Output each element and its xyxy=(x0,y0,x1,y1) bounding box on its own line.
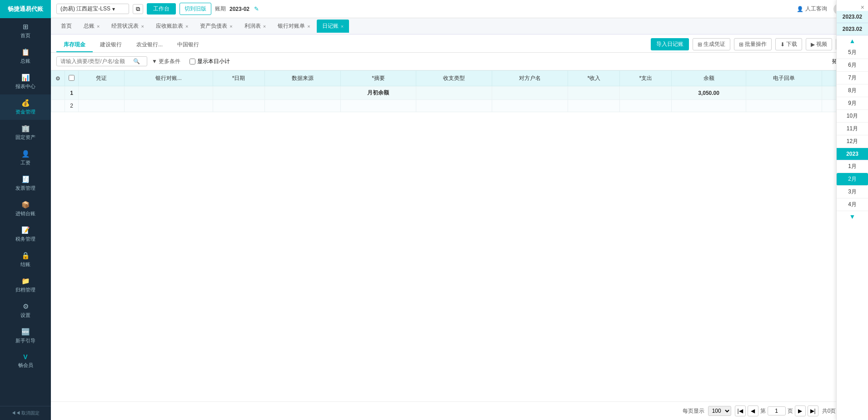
sidebar-item-salary[interactable]: 👤 工资 xyxy=(0,145,51,171)
display-daily-checkbox[interactable] xyxy=(190,59,195,64)
col-checkbox[interactable] xyxy=(65,71,79,86)
row-counterpart-cell xyxy=(492,86,568,100)
sidebar-item-settings[interactable]: ⚙ 设置 xyxy=(0,298,51,323)
tab-business-status[interactable]: 经营状况表 × xyxy=(106,20,149,33)
sidebar-item-home[interactable]: ⊞ 首页 xyxy=(0,18,51,44)
row-num-cell: 2 xyxy=(65,100,79,112)
batch-op-button[interactable]: ⊞ 批量操作 xyxy=(734,38,772,50)
row-income-cell xyxy=(568,86,620,100)
date-month-7[interactable]: 7月 xyxy=(837,72,868,84)
import-journal-button[interactable]: 导入日记账 xyxy=(651,38,689,50)
date-scroll-down[interactable]: ▼ xyxy=(837,211,868,222)
date-month-10[interactable]: 10月 xyxy=(837,110,868,123)
col-summary: *摘要 xyxy=(340,71,416,86)
more-conditions-button[interactable]: ▼ 更多条件 xyxy=(152,58,180,65)
col-counterpart: 对方户名 xyxy=(492,71,568,86)
date-year-2023[interactable]: 2023 xyxy=(837,148,868,160)
tab-ledger[interactable]: 总账 × xyxy=(78,20,105,33)
date-month-4[interactable]: 4月 xyxy=(837,198,868,211)
tab-bank-statement[interactable]: 银行对账单 × xyxy=(272,20,315,33)
col-voucher: 凭证 xyxy=(79,71,125,86)
sidebar-item-assets[interactable]: 🏢 固定资产 xyxy=(0,120,51,145)
sidebar-item-tax[interactable]: 📝 税务管理 xyxy=(0,222,51,247)
sidebar-item-label: 总账 xyxy=(20,58,30,64)
download-button[interactable]: ⬇ 下载 xyxy=(775,38,802,50)
sub-tab-ccb[interactable]: 建设银行 xyxy=(93,38,129,52)
tab-close-journal[interactable]: × xyxy=(341,24,344,29)
sidebar-item-guide[interactable]: 🆕 新手引导 xyxy=(0,323,51,349)
date-panel-close-button[interactable]: × xyxy=(861,4,864,11)
tab-profit[interactable]: 利润表 × xyxy=(239,20,271,33)
sidebar-item-invoice[interactable]: 🧾 发票管理 xyxy=(0,171,51,196)
select-all-checkbox[interactable] xyxy=(69,75,75,81)
goto-old-button[interactable]: 切到旧版 xyxy=(180,3,211,15)
sidebar-item-funds[interactable]: 💰 资金管理 xyxy=(0,94,51,120)
tab-receivables[interactable]: 应收账款表 × xyxy=(150,20,194,33)
sidebar-item-closing[interactable]: 🔒 结账 xyxy=(0,247,51,272)
company-selector[interactable]: (勿易) 江西超宝-LSS ▾ xyxy=(56,4,129,14)
tabs-bar: 首页 总账 × 经营状况表 × 应收账款表 × 资产负债表 × 利润表 × 银行… xyxy=(51,18,868,35)
date-scroll-up[interactable]: ▲ xyxy=(837,35,868,46)
date-month-1[interactable]: 1月 xyxy=(837,160,868,173)
date-month-11[interactable]: 11月 xyxy=(837,123,868,135)
sub-tab-cash[interactable]: 库存现金 xyxy=(56,38,93,52)
tab-journal[interactable]: 日记账 × xyxy=(317,20,349,33)
tab-close-bank[interactable]: × xyxy=(307,24,310,29)
row-settings-cell xyxy=(51,100,65,112)
date-month-8[interactable]: 8月 xyxy=(837,84,868,97)
next-page-button[interactable]: ▶ xyxy=(795,405,806,416)
sidebar-item-label: 归档管理 xyxy=(15,287,35,293)
gen-voucher-button[interactable]: ⊞ 生成凭证 xyxy=(693,38,730,50)
sidebar-item-purchase-sales[interactable]: 📦 进销台账 xyxy=(0,196,51,222)
period-edit-icon[interactable]: ✎ xyxy=(254,5,259,12)
tab-close-balance[interactable]: × xyxy=(229,24,232,29)
topbar: (勿易) 江西超宝-LSS ▾ ⧉ 工作台 切到旧版 账期 2023-02 ✎ … xyxy=(51,0,868,18)
search-icon[interactable]: 🔍 xyxy=(133,58,140,64)
page-label-post: 页 xyxy=(788,407,793,415)
col-balance: 余额 xyxy=(672,71,746,86)
first-page-button[interactable]: |◀ xyxy=(735,405,746,416)
tab-close-profit[interactable]: × xyxy=(263,24,266,29)
unfix-button[interactable]: ◀◀ 取消固定 xyxy=(0,406,51,420)
prev-page-button[interactable]: ◀ xyxy=(748,405,758,416)
tab-close-business[interactable]: × xyxy=(141,24,144,29)
tab-balance-sheet[interactable]: 资产负债表 × xyxy=(195,20,238,33)
sidebar-item-vip[interactable]: V 畅会员 xyxy=(0,349,51,373)
vip-icon: V xyxy=(23,353,27,361)
tab-home[interactable]: 首页 xyxy=(55,20,77,33)
search-input[interactable] xyxy=(60,58,133,64)
date-year-header-1[interactable]: 2023.02 xyxy=(837,11,868,23)
date-month-3[interactable]: 3月 xyxy=(837,186,868,198)
col-settings[interactable]: ⚙ xyxy=(51,71,65,86)
video-button[interactable]: ▶ 视频 xyxy=(806,38,832,50)
sidebar-item-ledger[interactable]: 📋 总账 xyxy=(0,44,51,69)
tab-close-ledger[interactable]: × xyxy=(97,24,100,29)
ledger-icon: 📋 xyxy=(21,48,30,56)
date-year-header-2[interactable]: 2023.02 xyxy=(837,23,868,35)
per-page-select[interactable]: 100 50 200 xyxy=(708,406,731,416)
display-daily-wrap[interactable]: 显示本日小计 xyxy=(190,58,230,65)
sub-tab-boc[interactable]: 中国银行 xyxy=(170,38,206,52)
date-month-12[interactable]: 12月 xyxy=(837,135,868,148)
last-page-button[interactable]: ▶| xyxy=(808,405,818,416)
sidebar-item-archive[interactable]: 📁 归档管理 xyxy=(0,272,51,298)
sidebar-item-label: 进销台账 xyxy=(15,210,35,217)
support-item[interactable]: 👤 人工客询 xyxy=(797,5,827,13)
row-date-cell xyxy=(213,100,264,112)
date-month-9[interactable]: 9月 xyxy=(837,97,868,110)
tab-close-receivables[interactable]: × xyxy=(185,24,188,29)
period-value: 2023-02 xyxy=(229,6,249,12)
date-month-2-active[interactable]: 2月 xyxy=(837,173,868,186)
table-row: 2 xyxy=(51,100,868,112)
date-month-5[interactable]: 5月 xyxy=(837,46,868,59)
purchase-sales-icon: 📦 xyxy=(21,201,30,209)
row-summary-cell: 月初余额 xyxy=(340,86,416,100)
sidebar-item-reports[interactable]: 📊 报表中心 xyxy=(0,69,51,94)
page-input[interactable] xyxy=(768,406,786,415)
date-panel-content: 2023.02 2023.02 ▲ 5月 6月 7月 8月 9月 10月 11月… xyxy=(837,11,868,222)
sidebar-item-label: 畅会员 xyxy=(18,362,33,369)
copy-button[interactable]: ⧉ xyxy=(133,4,143,14)
workbench-button[interactable]: 工作台 xyxy=(147,3,176,15)
date-month-6[interactable]: 6月 xyxy=(837,59,868,72)
sub-tab-abc[interactable]: 农业银行... xyxy=(129,38,170,52)
